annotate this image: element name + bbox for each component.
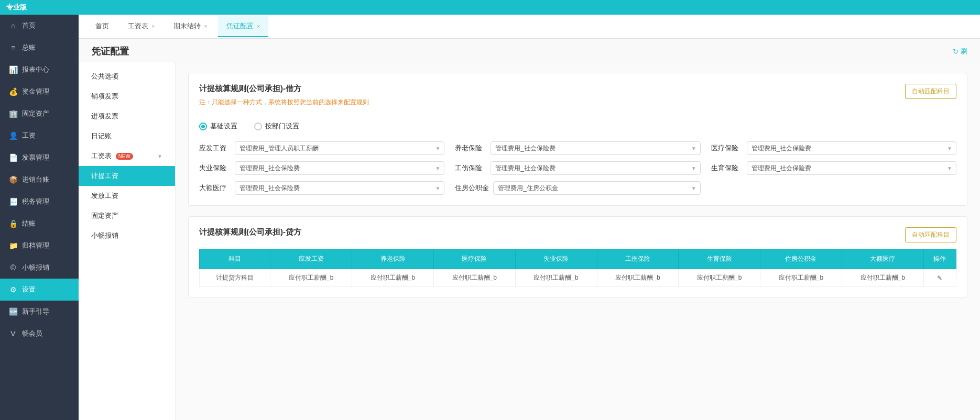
tab-close-period-close[interactable]: × — [204, 23, 207, 29]
sidebar-label-vip: 畅会员 — [22, 329, 42, 338]
cell-yiliao: 应付职工薪酬_b — [433, 269, 515, 287]
sidebar-label-closing: 结账 — [22, 219, 36, 228]
radio-department-label: 按部门设置 — [265, 121, 299, 131]
tab-close-payroll[interactable]: × — [151, 23, 155, 29]
tab-label-period-close: 期末结转 — [173, 21, 201, 31]
select-wrapper-zhufang: 管理费用_住房公积金 ▼ — [493, 181, 700, 195]
sidebar-label-tax: 税务管理 — [22, 197, 49, 206]
cell-shiye: 应付职工薪酬_b — [515, 269, 597, 287]
sidebar-item-closing[interactable]: 🔒 结账 — [0, 213, 79, 235]
left-nav-item-public[interactable]: 公共选项 — [79, 67, 175, 86]
tab-voucher-config[interactable]: 凭证配置 × — [218, 16, 268, 37]
radio-basic-label: 基础设置 — [210, 121, 237, 131]
sidebar-item-home[interactable]: ⌂ 首页 — [0, 15, 79, 37]
tab-label-voucher-config: 凭证配置 — [226, 21, 254, 31]
sidebar-item-archive[interactable]: 📁 归档管理 — [0, 235, 79, 257]
th-zhufang: 住房公积金 — [760, 249, 842, 269]
sidebar-item-assets[interactable]: 🏢 固定资产 — [0, 103, 79, 125]
left-nav-item-xiaochang-report[interactable]: 小畅报销 — [79, 226, 175, 246]
form-item-daeyiliao: 大额医疗 管理费用_社会保险费 ▼ — [199, 181, 444, 195]
select-shiye[interactable]: 管理费用_社会保险费 — [235, 161, 444, 175]
tab-home[interactable]: 首页 — [87, 16, 117, 37]
sidebar-item-guide[interactable]: 🆕 新手引导 — [0, 301, 79, 323]
select-shengyu[interactable]: 管理费用_社会保险费 — [747, 161, 956, 175]
refresh-button[interactable]: ↻ 刷 — [953, 47, 967, 56]
sidebar-label-guide: 新手引导 — [22, 307, 49, 316]
badge-payroll-table: NEW — [116, 153, 133, 160]
debit-section-note: 注：只能选择一种方式，系统将按照您当前的选择来配置规则 — [199, 98, 369, 107]
th-subject: 科目 — [200, 249, 270, 269]
sidebar-label-archive: 归档管理 — [22, 241, 49, 250]
edit-icon[interactable]: ✎ — [937, 274, 942, 282]
radio-department[interactable]: 按部门设置 — [254, 121, 299, 131]
cell-zhufang: 应付职工薪酬_b — [760, 269, 842, 287]
sidebar-label-salary: 工资 — [22, 131, 36, 140]
form-item-gongshang: 工伤保险 管理费用_社会保险费 ▼ — [455, 161, 700, 175]
select-yanglao[interactable]: 管理费用_社会保险费 — [491, 141, 700, 155]
th-action: 操作 — [923, 249, 956, 269]
sidebar-label-inventory: 进销台账 — [22, 175, 49, 184]
left-nav-item-purchase-invoice[interactable]: 进项发票 — [79, 106, 175, 126]
left-nav-item-calc-salary[interactable]: 计提工资 — [79, 166, 175, 186]
th-shengyu: 生育保险 — [679, 249, 760, 269]
radio-basic[interactable]: 基础设置 — [199, 121, 237, 131]
sidebar-item-vip[interactable]: V 畅会员 — [0, 323, 79, 345]
select-wrapper-shiye: 管理费用_社会保险费 ▼ — [235, 161, 444, 175]
sidebar-icon-closing: 🔒 — [8, 219, 18, 228]
th-yingfa: 应发工资 — [270, 249, 352, 269]
left-nav-item-sales-invoice[interactable]: 销项发票 — [79, 86, 175, 106]
debit-auto-match-button[interactable]: 自动匹配科目 — [905, 84, 956, 99]
select-yingfa[interactable]: 管理费用_管理人员职工薪酬 — [235, 141, 444, 155]
select-yiliao[interactable]: 管理费用_社会保险费 — [747, 141, 956, 155]
sidebar-item-inventory[interactable]: 📦 进销台账 — [0, 169, 79, 191]
label-daeyiliao: 大额医疗 — [199, 183, 231, 193]
sidebar-label-settings: 设置 — [22, 285, 36, 294]
credit-section: 计提核算规则(公司承担)-贷方 自动匹配科目 科目 应发工资 养老保险 医疗保险… — [188, 216, 967, 298]
sidebar-item-funds[interactable]: 💰 资金管理 — [0, 81, 79, 103]
sidebar-item-ledger[interactable]: ≡ 总账 — [0, 37, 79, 59]
table-row: 计提贷方科目 应付职工薪酬_b 应付职工薪酬_b 应付职工薪酬_b 应付职工薪酬… — [200, 269, 956, 287]
top-bar: 专业版 — [0, 0, 980, 15]
credit-table: 科目 应发工资 养老保险 医疗保险 失业保险 工伤保险 生育保险 住房公积金 大… — [199, 249, 956, 287]
tab-payroll[interactable]: 工资表 × — [119, 16, 163, 37]
tab-period-close[interactable]: 期末结转 × — [165, 16, 215, 37]
label-yanglao: 养老保险 — [455, 143, 486, 153]
page-header: 凭证配置 ↻ 刷 — [79, 39, 980, 62]
left-nav-label-payroll-table: 工资表 NEW — [91, 151, 133, 161]
left-nav-label-public: 公共选项 — [91, 72, 118, 81]
th-yiliao: 医疗保险 — [433, 249, 515, 269]
select-wrapper-yanglao: 管理费用_社会保险费 ▼ — [491, 141, 700, 155]
th-daeyiliao: 大额医疗 — [842, 249, 923, 269]
left-nav-label-purchase-invoice: 进项发票 — [91, 112, 118, 121]
brand-label: 专业版 — [6, 3, 27, 12]
left-nav-item-payroll-table[interactable]: 工资表 NEW▼ — [79, 146, 175, 166]
credit-auto-match-button[interactable]: 自动匹配科目 — [905, 227, 956, 242]
select-zhufang[interactable]: 管理费用_住房公积金 — [493, 181, 700, 195]
sidebar-item-salary[interactable]: 👤 工资 — [0, 125, 79, 147]
left-nav-item-fixed-assets[interactable]: 固定资产 — [79, 206, 175, 226]
sidebar-icon-ledger: ≡ — [8, 43, 18, 52]
sidebar-icon-archive: 📁 — [8, 241, 18, 250]
tab-close-voucher-config[interactable]: × — [257, 23, 260, 29]
sidebar-icon-reports: 📊 — [8, 65, 18, 74]
left-nav-label-calc-salary: 计提工资 — [91, 171, 118, 181]
left-nav-item-journal[interactable]: 日记账 — [79, 126, 175, 146]
refresh-icon: ↻ — [953, 48, 959, 56]
sidebar-item-invoice[interactable]: 📄 发票管理 — [0, 147, 79, 169]
left-nav-item-pay-salary[interactable]: 发放工资 — [79, 186, 175, 206]
cell-action[interactable]: ✎ — [923, 269, 956, 287]
cell-gongshang: 应付职工薪酬_b — [597, 269, 679, 287]
sidebar-item-settings[interactable]: ⚙ 设置 — [0, 279, 79, 301]
sidebar-icon-funds: 💰 — [8, 87, 18, 96]
form-item-shiye: 失业保险 管理费用_社会保险费 ▼ — [199, 161, 444, 175]
sidebar-label-assets: 固定资产 — [22, 109, 49, 118]
sidebar-item-xiaochang[interactable]: © 小畅报销 — [0, 257, 79, 279]
sidebar-label-xiaochang: 小畅报销 — [22, 263, 49, 272]
debit-form-row2: 失业保险 管理费用_社会保险费 ▼ 工伤保险 — [199, 161, 956, 175]
form-item-yiliao: 医疗保险 管理费用_社会保险费 ▼ — [711, 141, 956, 155]
select-daeyiliao[interactable]: 管理费用_社会保险费 — [235, 181, 444, 195]
select-gongshang[interactable]: 管理费用_社会保险费 — [491, 161, 700, 175]
radio-department-circle — [254, 123, 262, 130]
sidebar-item-reports[interactable]: 📊 报表中心 — [0, 59, 79, 81]
sidebar-item-tax[interactable]: 🧾 税务管理 — [0, 191, 79, 213]
